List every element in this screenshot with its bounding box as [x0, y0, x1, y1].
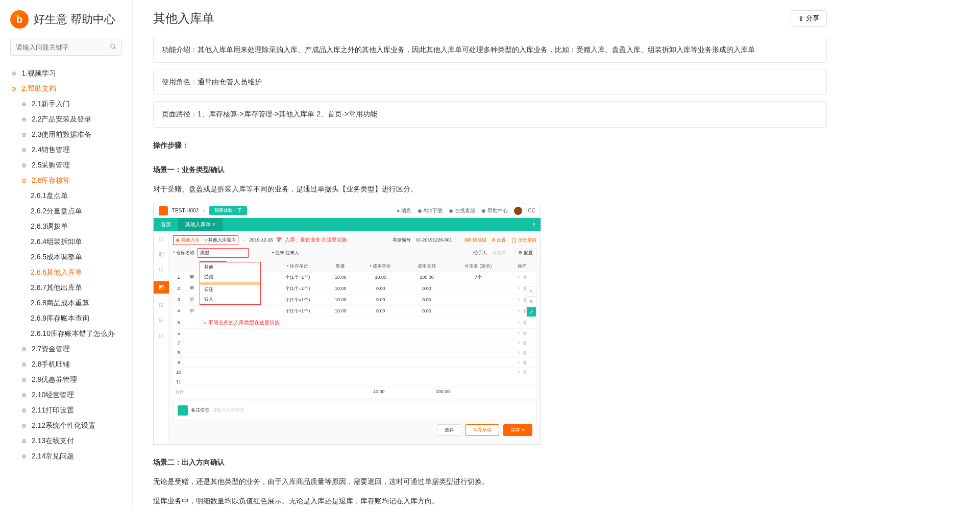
ss-btn-cancel: 放弃 — [437, 424, 461, 436]
role-text: 通常由仓管人员维护 — [198, 78, 262, 86]
plus-icon: ⊕ — [20, 453, 28, 460]
page-title: 其他入库单 — [153, 10, 214, 27]
ss-footer: 放弃 保存草稿 保存▾ — [173, 420, 536, 440]
ss-topbar: TEST-H002 ▾ 我要体验一下 ♠ 消息 ◉ App下载 ◉ 在线客服 ◉… — [154, 204, 541, 218]
scene1-text: 对于受赠、盘盈或是拆装入库等不同的业务，是通过单据头【业务类型】进行区分。 — [153, 182, 827, 196]
ss-type-dropdown: 其他 受赠 归还 转入 — [200, 262, 261, 305]
ss-logo-icon — [159, 206, 168, 215]
ss-side-icon-4: ◩ — [154, 281, 169, 294]
ss-float-icon-2: ⟳ — [526, 297, 536, 307]
ss-notes-icon — [178, 405, 188, 416]
app-screenshot: TEST-H002 ▾ 我要体验一下 ♠ 消息 ◉ App下载 ◉ 在线客服 ◉… — [153, 204, 541, 445]
plus-icon: ⊕ — [20, 361, 28, 368]
plus-icon: ⊕ — [20, 101, 28, 108]
intro-text: 其他入库单用来处理除采购入库、产成品入库之外的其他入库业务，因此其他入库单可处理… — [198, 45, 755, 54]
ss-side-icon-3: ⊡ — [158, 266, 165, 273]
nav-2-6-9[interactable]: 2.6.9库存账本查询 — [10, 311, 132, 326]
sidebar: b 好生意 帮助中心 ⊕1.视频学习 ⊖2.帮助文档 ⊕2.1新手入门 ⊕2.2… — [0, 0, 133, 510]
search-icon[interactable] — [110, 43, 117, 52]
nav-2-5[interactable]: ⊕2.5采购管理 — [10, 158, 132, 173]
ss-link-msg: ♠ 消息 — [397, 207, 411, 214]
ss-tab-active: 其他入库单 × — [178, 218, 223, 231]
intro-label: 功能介绍： — [162, 45, 198, 54]
ss-float-icon-3: ⤢ — [526, 307, 536, 317]
ss-annotation-1: 入库、退货业务 在这里切换 — [285, 236, 348, 244]
plus-icon: ⊕ — [20, 147, 28, 154]
plus-icon: ⊕ — [20, 376, 28, 383]
nav-2-6-8[interactable]: 2.6.8商品成本重算 — [10, 296, 132, 311]
nav-2-6-3[interactable]: 2.6.3调拨单 — [10, 219, 132, 234]
svg-line-1 — [114, 47, 116, 49]
plus-icon: ⊕ — [20, 392, 28, 399]
logo-icon: b — [10, 10, 29, 29]
nav-2-6-7[interactable]: 2.6.7其他出库单 — [10, 280, 132, 296]
nav-2-12[interactable]: ⊕2.12系统个性化设置 — [10, 418, 132, 433]
nav-docs[interactable]: ⊖2.帮助文档 — [10, 81, 132, 96]
nav-2-13[interactable]: ⊕2.13在线支付 — [10, 433, 132, 449]
ss-experience-btn: 我要体验一下 — [209, 206, 247, 215]
ss-radio-group: ◉ 其他入库 ○ 其他入库退库 — [173, 235, 238, 245]
minus-icon: ⊖ — [20, 177, 28, 184]
ss-link-cs: ◉ 在线客服 — [449, 207, 475, 214]
plus-icon: ⊕ — [10, 70, 17, 77]
search-input[interactable] — [10, 39, 122, 56]
nav-2-10[interactable]: ⊕2.10经营管理 — [10, 387, 132, 403]
nav-2-4[interactable]: ⊕2.4销售管理 — [10, 142, 132, 158]
nav-2-6-4[interactable]: 2.6.4组装拆卸单 — [10, 234, 132, 250]
ss-totals-row: 合计 40.00 100.00 — [173, 387, 536, 398]
plus-icon: ⊕ — [20, 116, 28, 123]
path-box: 页面路径：1、库存核算->库存管理->其他入库单 2、首页->常用功能 — [153, 101, 827, 127]
nav-2-11[interactable]: ⊕2.11打印设置 — [10, 403, 132, 418]
main-content: 其他入库单 ⇧ 分享 功能介绍：其他入库单用来处理除采购入库、产成品入库之外的其… — [133, 0, 847, 510]
ss-tab-home: 首页 — [154, 218, 178, 231]
nav-2-7[interactable]: ⊕2.7资金管理 — [10, 342, 132, 357]
nav-2-3[interactable]: ⊕2.3使用前数据准备 — [10, 127, 132, 142]
page-header: 其他入库单 ⇧ 分享 — [153, 10, 827, 27]
nav-2-14[interactable]: ⊕2.14常见问题 — [10, 449, 132, 464]
nav-2-1[interactable]: ⊕2.1新手入门 — [10, 96, 132, 112]
ss-doc-label: 单据编号 — [393, 237, 411, 244]
plus-icon: ⊕ — [20, 346, 28, 353]
ss-client-label: • 往来 往来人 — [272, 250, 299, 256]
ss-warehouse-label: * 仓库名称 — [173, 250, 194, 256]
ss-type-field: 类型 — [198, 248, 249, 258]
ss-radio-in: ◉ 其他入库 — [176, 237, 200, 242]
nav-2-6-1[interactable]: 2.6.1盘点单 — [10, 188, 132, 204]
share-icon: ⇧ — [798, 15, 804, 22]
nav-2-6-10[interactable]: 2.6.10库存账本错了怎么办 — [10, 326, 132, 342]
ss-operator-value: 请选择... — [492, 250, 510, 256]
ss-link-app: ◉ App下载 — [418, 207, 443, 214]
plus-icon: ⊕ — [20, 162, 28, 169]
ss-company: TEST-H002 — [172, 208, 199, 213]
nav-list: ⊕1.视频学习 ⊖2.帮助文档 ⊕2.1新手入门 ⊕2.2产品安装及登录 ⊕2.… — [10, 66, 132, 464]
nav-2-6-5[interactable]: 2.6.5成本调整单 — [10, 250, 132, 265]
ss-side-icon-1: ◫ — [158, 235, 165, 242]
nav-2-9[interactable]: ⊕2.9优惠券管理 — [10, 372, 132, 387]
intro-box: 功能介绍：其他入库单用来处理除采购入库、产成品入库之外的其他入库业务，因此其他入… — [153, 37, 827, 63]
nav-2-6-6[interactable]: 2.6.6其他入库单 — [10, 265, 132, 280]
scene1-title: 场景一：业务类型确认 — [153, 162, 827, 177]
nav-2-2[interactable]: ⊕2.2产品安装及登录 — [10, 112, 132, 127]
plus-icon: ⊕ — [20, 131, 28, 138]
scene2-text1: 无论是受赠，还是其他类型的业务，由于入库商品质量等原因，需要退回，这时可通过单据… — [153, 474, 827, 489]
nav-2-6[interactable]: ⊖2.6库存核算 — [10, 173, 132, 188]
ss-btn-draft: 保存草稿 — [465, 424, 499, 436]
ss-side-icon-6: ⊟ — [158, 317, 165, 324]
role-label: 使用角色： — [162, 78, 198, 86]
ss-date: 2019-12-26 — [249, 237, 273, 242]
steps-heading: 操作步骤： — [153, 138, 827, 152]
ss-float-icon-1: ✎ — [526, 286, 536, 297]
ss-side-icon-7: ⊡ — [158, 332, 165, 339]
path-text: 1、库存核算->库存管理->其他入库单 2、首页->常用功能 — [198, 110, 377, 118]
ss-tabs: 首页 其他入库单 × × — [154, 218, 541, 231]
nav-2-6-2[interactable]: 2.6.2分量盘点单 — [10, 204, 132, 219]
ss-link-help: ◉ 帮助中心 — [481, 207, 508, 214]
share-button[interactable]: ⇧ 分享 — [791, 10, 827, 27]
nav-video[interactable]: ⊕1.视频学习 — [10, 66, 132, 81]
ss-side-icon-2: ◧ — [158, 251, 165, 258]
ss-floating-toolbar: ✎ ⟳ ⤢ — [526, 286, 536, 317]
ss-tabs-close-icon: × — [527, 218, 541, 230]
nav-2-8[interactable]: ⊕2.8手机旺铺 — [10, 357, 132, 372]
ss-btn-save: 保存▾ — [503, 424, 532, 436]
plus-icon: ⊕ — [20, 407, 28, 414]
